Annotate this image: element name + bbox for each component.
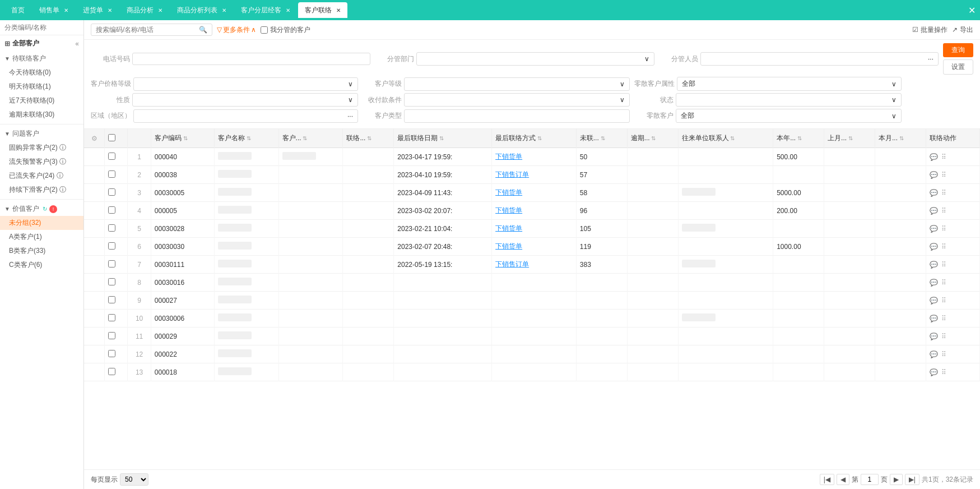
value-customers-group[interactable]: ▼ 价值客户 ↻ !: [0, 202, 83, 216]
sidebar-item-abnormal[interactable]: 固购异常客户(2) ⓘ: [0, 141, 83, 155]
payment-select[interactable]: ∨: [404, 93, 630, 107]
sidebar-item-7days-pending[interactable]: 近7天待联络(0): [0, 94, 83, 108]
contact-more-icon[interactable]: ⠿: [941, 297, 946, 305]
contact-chat-icon[interactable]: 💬: [930, 261, 938, 269]
last-page-button[interactable]: ▶|: [905, 474, 919, 485]
tab-home[interactable]: 首页: [4, 2, 31, 18]
pending-contact-group[interactable]: ▼ 待联络客户: [0, 52, 83, 66]
contact-method-link[interactable]: 下销货单: [495, 206, 522, 214]
contact-more-icon[interactable]: ⠿: [941, 171, 946, 179]
contact-more-icon[interactable]: ⠿: [941, 350, 946, 358]
contact-method-link[interactable]: 下销货单: [495, 188, 522, 196]
purchase-tab-close[interactable]: ✕: [108, 7, 112, 13]
tab-product-analysis-list[interactable]: 商品分析列表 ✕: [170, 2, 233, 18]
row-settings[interactable]: [84, 345, 105, 363]
select-all-checkbox[interactable]: [108, 134, 115, 141]
product-analysis-tab-close[interactable]: ✕: [158, 7, 162, 13]
first-page-button[interactable]: |◀: [820, 474, 834, 485]
reset-button[interactable]: 设置: [943, 59, 973, 75]
sidebar-item-a-class[interactable]: A类客户(1): [0, 230, 83, 244]
sidebar-item-declining[interactable]: 持续下滑客户(2) ⓘ: [0, 183, 83, 197]
product-analysis-list-tab-close[interactable]: ✕: [222, 7, 226, 13]
contact-chat-icon[interactable]: 💬: [930, 207, 938, 215]
row-checkbox[interactable]: [108, 350, 115, 357]
sidebar-item-today-pending[interactable]: 今天待联络(0): [0, 66, 83, 80]
batch-operation-button[interactable]: ☑ 批量操作: [912, 25, 948, 35]
row-settings[interactable]: [84, 363, 105, 381]
search-input[interactable]: [96, 26, 197, 34]
row-checkbox[interactable]: [108, 368, 115, 375]
refresh-icon[interactable]: ↻: [43, 206, 47, 212]
sidebar-item-c-class[interactable]: C类客户(6): [0, 258, 83, 272]
row-settings[interactable]: [84, 202, 105, 220]
contact-chat-icon[interactable]: 💬: [930, 171, 938, 179]
contact-chat-icon[interactable]: 💬: [930, 333, 938, 340]
last-month-column-header[interactable]: 上月...: [824, 129, 875, 148]
row-checkbox[interactable]: [108, 153, 115, 160]
row-settings[interactable]: [84, 220, 105, 238]
row-checkbox[interactable]: [108, 278, 115, 285]
customer-level-select[interactable]: ∨: [404, 77, 630, 91]
contact-more-icon[interactable]: ⠿: [941, 153, 946, 161]
sidebar-item-overdue-pending[interactable]: 逾期未联络(30): [0, 108, 83, 122]
phone-input[interactable]: [132, 53, 370, 65]
this-year-column-header[interactable]: 本年...: [773, 129, 824, 148]
search-icon[interactable]: 🔍: [199, 26, 207, 34]
per-page-select[interactable]: 50 20 100: [120, 473, 148, 486]
customer-name-column-header[interactable]: 客户名称: [214, 129, 278, 148]
row-settings[interactable]: [84, 327, 105, 345]
contact-more-icon[interactable]: ⠿: [941, 333, 946, 340]
contact-method-link[interactable]: 下销货单: [495, 224, 522, 232]
contact-method-link[interactable]: 下销售订单: [495, 170, 529, 178]
customer-contact-tab-close[interactable]: ✕: [336, 7, 341, 13]
row-checkbox[interactable]: [108, 206, 115, 214]
problem-customers-group[interactable]: ▼ 问题客户: [0, 127, 83, 141]
contact-method-link[interactable]: 下销货单: [495, 153, 522, 160]
tab-customer-segment[interactable]: 客户分层经客 ✕: [234, 2, 297, 18]
last-contact-date-column-header[interactable]: 最后联络日期: [394, 129, 492, 148]
contact-method-link[interactable]: 下销货单: [495, 242, 522, 250]
row-checkbox[interactable]: [108, 296, 115, 303]
contact-more-icon[interactable]: ⠿: [941, 279, 946, 287]
contact-chat-icon[interactable]: 💬: [930, 279, 938, 287]
my-customers-checkbox-container[interactable]: 我分管的客户: [261, 25, 310, 35]
price-level-select[interactable]: ∨: [133, 77, 358, 91]
row-settings[interactable]: [84, 184, 105, 202]
retail-attr-select[interactable]: 全部 ∨: [677, 77, 902, 91]
more-conditions-button[interactable]: ▽ 更多条件 ∧: [217, 25, 256, 35]
all-customers-header[interactable]: ⊞ 全部客户 «: [0, 35, 83, 52]
contact-chat-icon[interactable]: 💬: [930, 368, 938, 376]
my-customers-checkbox[interactable]: [261, 26, 268, 34]
tab-purchase[interactable]: 进货单 ✕: [76, 2, 119, 18]
row-settings[interactable]: [84, 148, 105, 166]
row-checkbox[interactable]: [108, 260, 115, 267]
contact-chat-icon[interactable]: 💬: [930, 189, 938, 197]
query-button[interactable]: 查询: [943, 43, 973, 57]
contact-chat-icon[interactable]: 💬: [930, 225, 938, 233]
sales-tab-close[interactable]: ✕: [64, 7, 68, 13]
sidebar-item-churn-risk[interactable]: 流失预警客户(3) ⓘ: [0, 155, 83, 169]
export-button[interactable]: ↗ 导出: [952, 25, 973, 35]
dept-select[interactable]: ∨: [416, 52, 654, 66]
unit-contact-column-header[interactable]: 往来单位联系人: [678, 129, 773, 148]
row-settings[interactable]: [84, 310, 105, 327]
close-all-tabs-button[interactable]: ✕: [968, 5, 976, 16]
retail-customer-select[interactable]: 全部 ∨: [676, 109, 902, 123]
contact-chat-icon[interactable]: 💬: [930, 350, 938, 358]
row-checkbox[interactable]: [108, 170, 115, 178]
customer-code-column-header[interactable]: 客户编码: [151, 129, 214, 148]
tab-product-analysis[interactable]: 商品分析 ✕: [120, 2, 169, 18]
customer-segment-tab-close[interactable]: ✕: [286, 7, 290, 13]
nature-select[interactable]: ∨: [132, 93, 358, 107]
category-search-input[interactable]: [4, 24, 84, 31]
contact-chat-icon[interactable]: 💬: [930, 315, 938, 322]
no-contact-days-column-header[interactable]: 未联...: [576, 129, 627, 148]
sidebar-item-unclassified[interactable]: 未分组(32): [0, 216, 83, 230]
row-checkbox[interactable]: [108, 242, 115, 250]
contact-chat-icon[interactable]: 💬: [930, 297, 938, 305]
row-settings[interactable]: [84, 292, 105, 310]
sidebar-item-tomorrow-pending[interactable]: 明天待联络(1): [0, 80, 83, 94]
sidebar-item-b-class[interactable]: B类客户(33): [0, 244, 83, 258]
this-month-column-header[interactable]: 本月...: [875, 129, 926, 148]
contact-column-header[interactable]: 联络...: [343, 129, 394, 148]
